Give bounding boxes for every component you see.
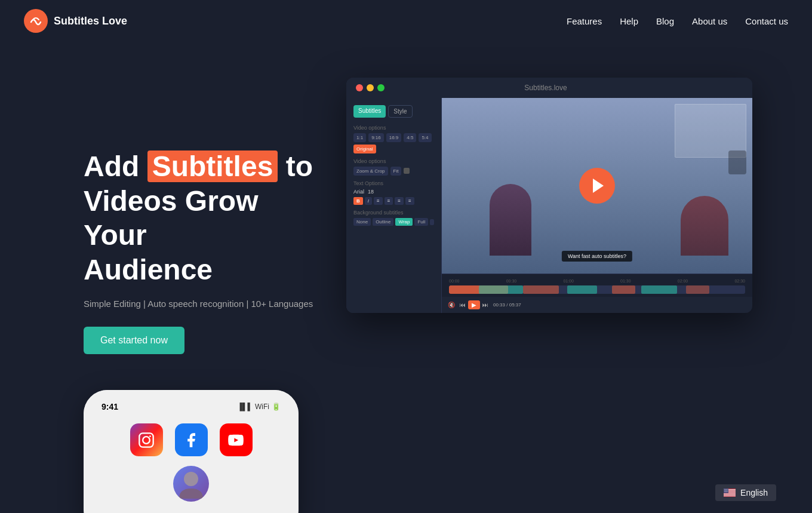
app-mockup: Subtitles.love Subtitles Style Video opt… xyxy=(346,78,788,328)
social-icons-row xyxy=(102,423,281,456)
nav-help[interactable]: Help xyxy=(620,16,638,26)
align-center-btn[interactable]: ≡ xyxy=(385,197,393,205)
bg-outline-btn[interactable]: Outline xyxy=(373,218,393,226)
battery-icon: 🔋 xyxy=(272,403,281,411)
next-button[interactable]: ⏭ xyxy=(482,300,488,309)
bg-none-btn[interactable]: None xyxy=(353,218,371,226)
title-prefix: Add xyxy=(84,150,147,182)
timeline-ruler: 00:00 00:30 01:00 01:30 02:00 02:30 xyxy=(449,279,745,283)
youtube-icon[interactable] xyxy=(220,423,253,456)
svg-point-18 xyxy=(725,490,725,490)
phone-time: 9:41 xyxy=(102,402,118,411)
youtube-svg xyxy=(227,432,244,449)
close-dot[interactable] xyxy=(356,84,363,91)
instagram-icon[interactable] xyxy=(130,423,163,456)
svg-point-24 xyxy=(728,491,728,492)
font-selector-row: Arial 18 xyxy=(353,189,434,195)
nav-features[interactable]: Features xyxy=(567,16,602,26)
align-justify-btn[interactable]: ≡ xyxy=(405,197,414,205)
ruler-230: 02:30 xyxy=(734,279,745,283)
nav-blog[interactable]: Blog xyxy=(656,16,674,26)
svg-point-2 xyxy=(143,437,150,444)
ratio-5-4[interactable]: 5:4 xyxy=(419,133,431,142)
window-titlebar: Subtitles.love xyxy=(346,78,752,98)
nav-about[interactable]: About us xyxy=(692,16,727,26)
svg-point-21 xyxy=(724,491,725,492)
svg-point-14 xyxy=(724,489,725,490)
ratio-9-16[interactable]: 9:16 xyxy=(368,133,384,142)
play-button[interactable] xyxy=(579,168,615,204)
language-switcher[interactable]: English xyxy=(715,484,776,501)
font-controls: B I ≡ ≡ ≡ ≡ xyxy=(353,197,434,205)
logo[interactable]: Subtitles Love xyxy=(24,9,127,33)
font-name[interactable]: Arial xyxy=(353,189,364,195)
person-avatar-svg xyxy=(173,466,209,502)
time-current: 00:33 / 05:37 xyxy=(493,302,521,308)
svg-point-25 xyxy=(725,492,725,492)
sidebar-tabs: Subtitles Style xyxy=(353,105,434,118)
ratio-1-1[interactable]: 1:1 xyxy=(353,133,366,142)
ratio-4-5[interactable]: 4:5 xyxy=(404,133,416,142)
style-tab[interactable]: Style xyxy=(388,105,412,118)
track-1[interactable] xyxy=(449,285,745,294)
ratio-original[interactable]: Original xyxy=(353,145,376,153)
instagram-svg xyxy=(138,432,155,449)
font-size[interactable]: 18 xyxy=(368,189,374,195)
bg-full-btn[interactable]: Full xyxy=(414,218,428,226)
ruler-130: 01:30 xyxy=(620,279,631,283)
subtitles-tab[interactable]: Subtitles xyxy=(353,105,386,118)
phone-avatar xyxy=(102,466,281,502)
bold-btn[interactable]: B xyxy=(353,197,363,205)
us-flag-icon xyxy=(724,489,736,497)
svg-point-20 xyxy=(727,490,728,490)
svg-point-16 xyxy=(727,489,727,490)
window-traffic-lights xyxy=(356,84,385,91)
ratio-16-9[interactable]: 16:9 xyxy=(386,133,402,142)
ratio-buttons: 1:1 9:16 16:9 4:5 5:4 Original xyxy=(353,133,434,153)
minimize-dot[interactable] xyxy=(367,84,374,91)
video-options-label-2: Video options xyxy=(353,158,434,164)
svg-point-3 xyxy=(149,435,151,437)
video-controls: 🔇 ⏮ ▶ ⏭ 00:33 / 05:37 xyxy=(442,297,752,313)
title-highlight: Subtitles xyxy=(147,150,278,182)
bottom-section: 9:41 ▐▌▌ WiFi 🔋 xyxy=(0,378,812,513)
hero-section: Add Subtitles toVideos Grow YourAudience… xyxy=(0,42,812,378)
transport-controls: ⏮ ▶ ⏭ xyxy=(460,300,488,309)
bg-color-swatch[interactable] xyxy=(430,219,434,225)
window-title: Subtitles.love xyxy=(524,84,567,92)
nav-contact[interactable]: Contact us xyxy=(745,16,788,26)
facebook-icon[interactable] xyxy=(175,423,208,456)
phone-inner: 9:41 ▐▌▌ WiFi 🔋 xyxy=(84,390,299,513)
logo-icon xyxy=(24,9,48,33)
zoom-crop-btn[interactable]: Zoom & Crop xyxy=(353,167,388,176)
app-sidebar: Subtitles Style Video options 1:1 9:16 1… xyxy=(346,98,442,313)
fit-color-swatch[interactable] xyxy=(404,168,410,174)
hero-content: Add Subtitles toVideos Grow YourAudience… xyxy=(84,78,322,354)
facebook-svg xyxy=(183,432,199,449)
bg-wrap-btn[interactable]: Wrap xyxy=(395,218,413,226)
play-triangle-icon xyxy=(593,179,604,193)
maximize-dot[interactable] xyxy=(377,84,385,91)
logo-text: Subtitles Love xyxy=(54,15,127,27)
wifi-icon: WiFi xyxy=(255,403,269,411)
avatar-image xyxy=(173,466,209,502)
align-left-btn[interactable]: ≡ xyxy=(374,197,383,205)
play-pause-button[interactable]: ▶ xyxy=(468,300,480,309)
ruler-200: 02:00 xyxy=(678,279,688,283)
prev-button[interactable]: ⏮ xyxy=(460,300,466,309)
bg-buttons: None Outline Wrap Full xyxy=(353,218,434,226)
svg-point-23 xyxy=(727,491,727,492)
ruler-30: 00:30 xyxy=(506,279,517,283)
signal-icon: ▐▌▌ xyxy=(237,403,253,411)
video-preview: Want fast auto subtitles? 🔇 ⏮ ▶ ⏭ 00 xyxy=(442,98,752,313)
svg-rect-12 xyxy=(724,496,736,496)
get-started-button[interactable]: Get started now xyxy=(84,327,184,354)
svg-point-17 xyxy=(728,489,728,490)
fit-btn[interactable]: Fit xyxy=(390,167,402,176)
hero-title: Add Subtitles toVideos Grow YourAudience xyxy=(84,149,322,287)
svg-rect-10 xyxy=(724,493,736,494)
svg-rect-11 xyxy=(724,494,736,495)
phone-mockup: 9:41 ▐▌▌ WiFi 🔋 xyxy=(84,390,299,513)
italic-btn[interactable]: I xyxy=(365,197,372,205)
align-right-btn[interactable]: ≡ xyxy=(395,197,404,205)
